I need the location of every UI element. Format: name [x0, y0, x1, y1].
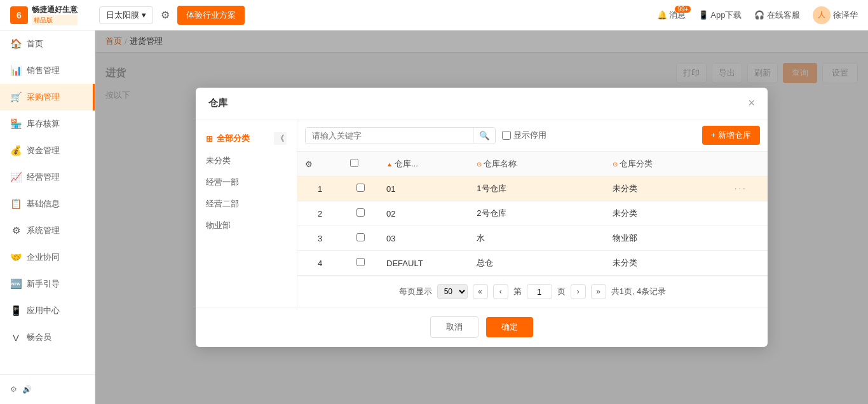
online-service[interactable]: 🎧 在线客服 — [754, 10, 800, 21]
th-action — [714, 152, 768, 177]
sidebar-item-operations[interactable]: 📈 经营管理 — [0, 164, 95, 191]
select-all-checkbox[interactable] — [350, 159, 358, 167]
table-toolbar: 🔍 显示停用 + 新增仓库 — [297, 119, 768, 152]
app-center-icon: 📱 — [10, 305, 22, 316]
dialog-footer: 取消 确定 — [196, 307, 768, 347]
add-warehouse-button[interactable]: + 新增仓库 — [702, 126, 760, 145]
app-download[interactable]: 📱 App下载 — [698, 10, 742, 21]
vip-icon: V — [10, 332, 22, 343]
confirm-button[interactable]: 确定 — [486, 317, 533, 337]
sidebar: 🏠 首页 📊 销售管理 🛒 采购管理 🏪 库存核算 💰 资金管理 📈 经营管理 … — [0, 30, 95, 404]
pagination: 每页显示 50 « ‹ 第 页 › » 共1页, 4条记录 — [297, 276, 768, 307]
row-checkbox-1[interactable] — [356, 184, 365, 192]
row-more-1[interactable]: ··· — [735, 183, 747, 194]
system-icon: ⚙ — [10, 225, 22, 236]
sort-icon: ▲ — [386, 161, 393, 168]
topbar-right: 🔔 99+ 消息 📱 App下载 🎧 在线客服 人 徐泽华 — [657, 6, 858, 24]
table-row[interactable]: 3 03 水 物业部 — [297, 226, 768, 251]
sort-cat-icon: ⊙ — [613, 161, 618, 168]
th-category: ⊙ 仓库分类 — [605, 152, 714, 177]
category-panel: ⊞ 全部分类 《 未分类 经营一部 经营二部 物业部 — [196, 119, 297, 307]
sidebar-item-sales[interactable]: 📊 销售管理 — [0, 57, 95, 84]
row-checkbox-4[interactable] — [356, 258, 365, 266]
sidebar-item-enterprise[interactable]: 🤝 企业协同 — [0, 244, 95, 271]
logo-text: 畅捷通好生意 精品版 — [32, 4, 78, 25]
sales-icon: 📊 — [10, 65, 22, 76]
warehouse-table: ⚙ ▲ 仓库... — [297, 152, 768, 276]
content-area: 首页 / 进货管理 进货 打印 导出 刷新 查询 设置 按以下 — [95, 30, 868, 404]
table-row[interactable]: 2 02 2号仓库 未分类 — [297, 201, 768, 226]
cancel-button[interactable]: 取消 — [430, 316, 478, 338]
enterprise-icon: 🤝 — [10, 252, 22, 263]
last-page-button[interactable]: » — [591, 284, 606, 299]
dialog-body: ⊞ 全部分类 《 未分类 经营一部 经营二部 物业部 — [196, 119, 768, 307]
page-number-input[interactable] — [527, 284, 552, 299]
sidebar-settings-btn[interactable]: ⚙ 🔊 — [0, 380, 95, 399]
finance-icon: 💰 — [10, 145, 22, 156]
sound-icon: 🔊 — [22, 385, 32, 394]
sort-name-icon: ⊙ — [477, 161, 482, 168]
phone-icon: 📱 — [698, 10, 709, 20]
basic-info-icon: 📋 — [10, 198, 22, 210]
chevron-down-icon: ▾ — [142, 10, 146, 20]
sidebar-item-vip[interactable]: V 畅会员 — [0, 324, 95, 351]
dialog-header: 仓库 × — [196, 88, 768, 119]
sidebar-item-finance[interactable]: 💰 资金管理 — [0, 137, 95, 164]
operations-icon: 📈 — [10, 172, 22, 183]
main-layout: 🏠 首页 📊 销售管理 🛒 采购管理 🏪 库存核算 💰 资金管理 📈 经营管理 … — [0, 30, 868, 404]
row-checkbox-2[interactable] — [356, 208, 365, 217]
dialog-title: 仓库 — [208, 97, 227, 109]
notifications-badge[interactable]: 🔔 99+ 消息 — [657, 10, 686, 21]
purchase-icon: 🛒 — [10, 91, 22, 103]
sidebar-item-inventory[interactable]: 🏪 库存核算 — [0, 111, 95, 137]
sidebar-item-home[interactable]: 🏠 首页 — [0, 30, 95, 57]
logo: 6 畅捷通好生意 精品版 — [10, 4, 99, 25]
category-operations-dept2[interactable]: 经营二部 — [196, 193, 297, 215]
sidebar-item-guide[interactable]: 🆕 新手引导 — [0, 271, 95, 297]
guide-icon: 🆕 — [10, 278, 22, 290]
search-button[interactable]: 🔍 — [473, 128, 495, 144]
row-checkbox-3[interactable] — [356, 233, 365, 241]
search-box: 🔍 — [305, 127, 496, 144]
table-row[interactable]: 1 01 1号仓库 未分类 ··· — [297, 177, 768, 201]
category-unclassified[interactable]: 未分类 — [196, 150, 297, 172]
all-categories-item[interactable]: ⊞ 全部分类 《 — [196, 127, 297, 150]
first-page-button[interactable]: « — [473, 284, 488, 299]
table-panel: 🔍 显示停用 + 新增仓库 — [297, 119, 768, 307]
page-size-select[interactable]: 50 — [437, 284, 468, 299]
gear-icon[interactable]: ⚙ — [161, 9, 170, 21]
sidebar-bottom: ⚙ 🔊 — [0, 374, 95, 404]
company-selector[interactable]: 日太阳膜 ▾ — [99, 6, 153, 24]
sidebar-item-basic-info[interactable]: 📋 基础信息 — [0, 191, 95, 217]
user-menu[interactable]: 人 徐泽华 — [813, 6, 858, 24]
th-name: ⊙ 仓库名称 — [469, 152, 604, 177]
sidebar-item-purchase[interactable]: 🛒 采购管理 — [0, 84, 95, 111]
table-row[interactable]: 4 DEFAULT 总仓 未分类 — [297, 251, 768, 276]
category-property-dept[interactable]: 物业部 — [196, 215, 297, 236]
prev-page-button[interactable]: ‹ — [493, 284, 508, 299]
sidebar-item-system[interactable]: ⚙ 系统管理 — [0, 217, 95, 244]
collapse-button[interactable]: 《 — [274, 132, 287, 145]
next-page-button[interactable]: › — [571, 284, 586, 299]
show-disabled-checkbox[interactable] — [502, 131, 511, 140]
logo-icon: 6 — [10, 6, 28, 24]
th-settings: ⚙ — [297, 152, 342, 177]
topbar: 6 畅捷通好生意 精品版 日太阳膜 ▾ ⚙ 体验行业方案 🔔 99+ 消息 📱 … — [0, 0, 868, 30]
th-code: ▲ 仓库... — [379, 152, 469, 177]
show-disabled-label[interactable]: 显示停用 — [502, 130, 546, 141]
category-operations-dept1[interactable]: 经营一部 — [196, 172, 297, 193]
search-input[interactable] — [306, 128, 473, 144]
page-total-info: 共1页, 4条记录 — [611, 286, 667, 297]
sidebar-item-app-center[interactable]: 📱 应用中心 — [0, 297, 95, 324]
table-body: 1 01 1号仓库 未分类 ··· 2 — [297, 177, 768, 276]
trial-button[interactable]: 体验行业方案 — [177, 6, 245, 25]
settings-col-icon: ⚙ — [305, 159, 313, 169]
inventory-icon: 🏪 — [10, 118, 22, 130]
modal-overlay: 仓库 × ⊞ 全部分类 《 未分类 经营一部 经营二部 — [95, 30, 868, 404]
table-scroll: ⚙ ▲ 仓库... — [297, 152, 768, 276]
dialog-close-button[interactable]: × — [748, 97, 755, 110]
grid-icon: ⊞ — [206, 134, 213, 144]
settings-icon: ⚙ — [10, 385, 17, 394]
home-icon: 🏠 — [10, 38, 22, 50]
avatar: 人 — [813, 6, 831, 24]
